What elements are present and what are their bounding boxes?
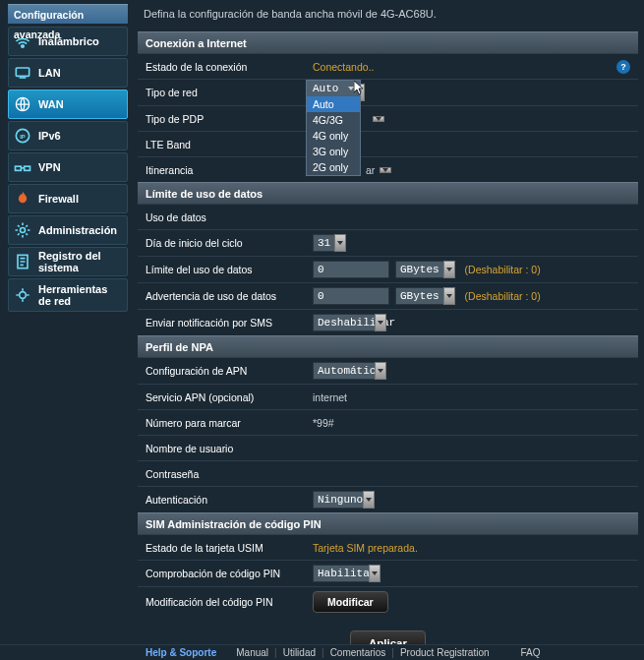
svg-rect-5 bbox=[16, 166, 22, 170]
data-warn-label: Advertencia de uso de datos bbox=[138, 285, 307, 307]
chevron-down-icon[interactable] bbox=[443, 287, 455, 305]
auth-select[interactable]: Ninguno bbox=[313, 491, 375, 509]
itin-text: ar bbox=[366, 164, 375, 176]
svg-point-7 bbox=[21, 228, 26, 233]
footer-utility[interactable]: Utilidad bbox=[283, 647, 316, 658]
footer-comments[interactable]: Comentarios bbox=[330, 647, 386, 658]
svg-point-9 bbox=[20, 292, 27, 299]
footer-product-reg[interactable]: Product Registration bbox=[400, 647, 490, 658]
sidebar-item-label: WAN bbox=[38, 98, 123, 110]
data-warn-input[interactable] bbox=[313, 287, 389, 305]
data-warn-unit-select[interactable]: GBytes bbox=[395, 287, 455, 305]
chevron-down-icon[interactable] bbox=[373, 116, 384, 122]
apn-config-label: Configuración de APN bbox=[138, 360, 307, 382]
usim-status-value: Tarjeta SIM preparada. bbox=[313, 542, 418, 554]
chevron-down-icon[interactable] bbox=[375, 362, 386, 380]
apn-service-value: internet bbox=[313, 391, 347, 403]
sidebar-item-lan[interactable]: LAN bbox=[8, 58, 128, 88]
dropdown-option[interactable]: Auto bbox=[307, 96, 360, 112]
apn-config-select[interactable]: Automático bbox=[313, 362, 386, 380]
sidebar-item-vpn[interactable]: VPN bbox=[8, 152, 128, 182]
section-connection: Conexión a Internet bbox=[138, 31, 638, 53]
sidebar-item-wan[interactable]: WAN bbox=[8, 90, 128, 119]
dropdown-option[interactable]: 4G/3G bbox=[307, 112, 360, 128]
dial-number-label: Número para marcar bbox=[138, 412, 307, 434]
help-icon[interactable]: ? bbox=[616, 60, 630, 74]
vpn-icon bbox=[13, 157, 32, 177]
chevron-down-icon[interactable] bbox=[375, 314, 386, 331]
conn-status-value: Conectando.. bbox=[313, 61, 374, 73]
sidebar-item-label: Inalámbrico bbox=[38, 35, 123, 47]
section-data-limit: Límite de uso de datos bbox=[138, 182, 638, 204]
sidebar-header: Configuración avanzada bbox=[8, 4, 128, 24]
dial-number-value: *99# bbox=[313, 417, 334, 429]
data-warn-note: (Deshabilitar : 0) bbox=[465, 290, 541, 302]
chevron-down-icon[interactable] bbox=[363, 491, 375, 509]
dropdown-option[interactable]: 3G only bbox=[307, 144, 360, 159]
sidebar-item-wireless[interactable]: Inalámbrico bbox=[8, 27, 128, 56]
data-limit-unit-select[interactable]: GBytes bbox=[395, 261, 455, 278]
cycle-startday-select[interactable]: 31 bbox=[313, 234, 346, 252]
pin-modify-label: Modificación del código PIN bbox=[138, 591, 307, 613]
data-limit-input[interactable] bbox=[313, 261, 389, 278]
chevron-down-icon[interactable] bbox=[443, 261, 455, 278]
svg-rect-1 bbox=[16, 68, 29, 76]
auth-label: Autenticación bbox=[138, 489, 307, 510]
sidebar-item-label: IPv6 bbox=[38, 130, 123, 142]
sidebar-item-nettools[interactable]: Herramientas de red bbox=[8, 278, 128, 312]
footer: Help & Soporte Manual| Utilidad| Comenta… bbox=[0, 644, 644, 660]
sidebar-item-label: LAN bbox=[38, 67, 123, 79]
chevron-down-icon[interactable] bbox=[334, 234, 346, 252]
password-label: Contraseña bbox=[138, 463, 307, 485]
chevron-down-icon[interactable] bbox=[369, 565, 381, 582]
firewall-icon bbox=[13, 189, 32, 209]
roam-select[interactable] bbox=[381, 167, 391, 173]
section-npa: Perfil de NPA bbox=[138, 335, 638, 357]
sidebar-item-label: Registro del sistema bbox=[38, 250, 123, 273]
pdp-select[interactable] bbox=[374, 116, 384, 122]
sms-notify-select[interactable]: Deshabilitar bbox=[313, 314, 386, 331]
main-panel: Defina la configuración de banda ancha m… bbox=[132, 0, 644, 660]
sidebar-item-syslog[interactable]: Registro del sistema bbox=[8, 247, 128, 276]
document-icon bbox=[13, 252, 32, 271]
page-subtitle: Defina la configuración de banda ancha m… bbox=[138, 0, 638, 31]
sidebar: Configuración avanzada Inalámbrico LAN W… bbox=[0, 0, 132, 660]
pdp-label: Tipo de PDP bbox=[138, 108, 307, 130]
data-limit-label: Límite del uso de datos bbox=[138, 259, 307, 280]
sidebar-item-label: VPN bbox=[38, 161, 123, 173]
section-sim-pin: SIM Administración de código PIN bbox=[138, 512, 638, 534]
data-usage-label: Uso de datos bbox=[138, 207, 307, 228]
chevron-down-icon[interactable] bbox=[380, 167, 391, 173]
lteband-label: LTE Band bbox=[138, 134, 307, 155]
globe-icon bbox=[13, 94, 32, 114]
sidebar-item-label: Firewall bbox=[38, 193, 123, 205]
nettype-dropdown-value[interactable]: Auto bbox=[307, 81, 360, 96]
svg-text:IP: IP bbox=[20, 134, 26, 140]
footer-help[interactable]: Help & Soporte bbox=[146, 647, 216, 658]
sidebar-item-firewall[interactable]: Firewall bbox=[8, 184, 128, 213]
footer-manual[interactable]: Manual bbox=[236, 647, 268, 658]
gear-icon bbox=[13, 220, 32, 240]
pin-check-label: Comprobación de código PIN bbox=[138, 563, 307, 584]
modify-button[interactable]: Modificar bbox=[313, 591, 388, 613]
nettype-label: Tipo de red bbox=[138, 82, 307, 103]
usim-status-label: Estado de la tarjeta USIM bbox=[138, 537, 307, 559]
sidebar-item-label: Administración bbox=[38, 224, 123, 236]
sidebar-item-admin[interactable]: Administración bbox=[8, 215, 128, 245]
sms-notify-label: Enviar notificación por SMS bbox=[138, 312, 307, 333]
lan-icon bbox=[13, 63, 32, 83]
wifi-icon bbox=[13, 31, 32, 51]
nettype-dropdown[interactable]: Auto Auto 4G/3G 4G only 3G only 2G only bbox=[306, 80, 361, 176]
roam-label: Itinerancia bbox=[138, 159, 307, 181]
sidebar-item-ipv6[interactable]: IP IPv6 bbox=[8, 121, 128, 150]
sidebar-item-label: Herramientas de red bbox=[38, 283, 123, 307]
footer-faq[interactable]: FAQ bbox=[521, 647, 541, 658]
dropdown-option[interactable]: 2G only bbox=[307, 159, 360, 175]
conn-status-label: Estado de la conexión bbox=[138, 56, 307, 78]
data-limit-note: (Deshabilitar : 0) bbox=[465, 264, 541, 275]
tools-icon bbox=[13, 285, 32, 305]
cycle-startday-label: Día de inicio del ciclo bbox=[138, 232, 307, 254]
dropdown-option[interactable]: 4G only bbox=[307, 128, 360, 144]
svg-point-0 bbox=[22, 45, 25, 48]
pin-check-select[interactable]: Habilitar bbox=[313, 565, 381, 582]
